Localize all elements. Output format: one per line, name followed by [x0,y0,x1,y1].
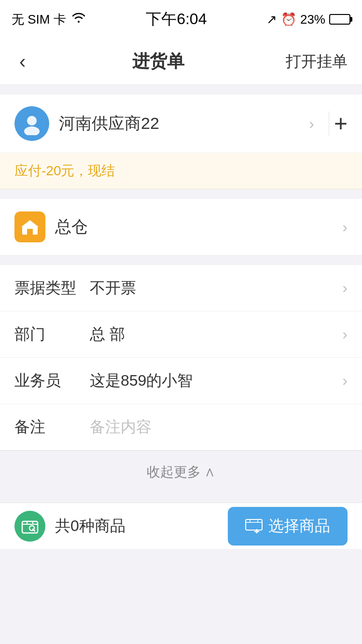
svg-marker-3 [21,220,39,227]
battery-icon [329,14,350,25]
warehouse-section: 总仓 › [0,199,362,255]
warehouse-name: 总仓 [55,216,342,238]
invoice-type-chevron-icon: › [342,279,348,297]
bottom-bar: 共0种商品 选择商品 [0,503,362,549]
back-button[interactable]: ‹ [14,46,30,77]
salesperson-label: 业务员 [14,370,82,392]
location-icon: ↗ [266,12,277,27]
supplier-section: 河南供应商22 › + 应付-20元，现结 [0,95,362,189]
notice-bar: 应付-20元，现结 [0,153,362,189]
department-value: 总 部 [82,324,342,345]
supplier-chevron-icon: › [309,115,314,133]
product-icon [14,511,45,542]
mid-divider2 [0,255,362,265]
carrier-label: 无 SIM 卡 [12,11,66,28]
svg-rect-4 [27,229,33,235]
wifi-icon [71,12,86,27]
page-title: 进货单 [132,50,184,73]
status-right: ↗ ⏰ 23% [266,12,350,27]
battery-percent: 23% [300,12,325,27]
warehouse-row[interactable]: 总仓 › [0,199,362,255]
department-label: 部门 [14,324,82,345]
status-left: 无 SIM 卡 [12,11,86,28]
svg-point-1 [24,126,40,135]
svg-point-0 [27,116,37,126]
nav-bar: ‹ 进货单 打开挂单 [0,39,362,85]
warehouse-chevron-icon: › [342,218,348,236]
add-supplier-button[interactable]: + [334,112,348,135]
warehouse-icon [14,211,45,242]
product-count-label: 共0种商品 [55,516,228,537]
mid-divider1 [0,189,362,199]
select-product-button[interactable]: 选择商品 [228,507,348,546]
top-divider [0,85,362,95]
invoice-type-row[interactable]: 票据类型 不开票 › [0,265,362,311]
bottom-divider [0,493,362,503]
invoice-type-value: 不开票 [82,278,342,299]
invoice-type-label: 票据类型 [14,278,82,299]
status-time: 下午6:04 [146,9,207,30]
salesperson-row[interactable]: 业务员 这是859的小智 › [0,358,362,404]
open-pending-button[interactable]: 打开挂单 [286,51,348,72]
background-fill [0,549,362,644]
supplier-divider [329,112,329,136]
remark-row[interactable]: 备注 备注内容 [0,404,362,450]
supplier-name: 河南供应商22 [59,112,309,135]
department-row[interactable]: 部门 总 部 › [0,311,362,358]
collapse-label: 收起更多 ∧ [147,463,216,481]
supplier-avatar [14,106,49,141]
alarm-icon: ⏰ [281,12,296,27]
svg-rect-7 [246,519,262,530]
department-chevron-icon: › [342,325,348,343]
supplier-row[interactable]: 河南供应商22 › + [0,95,362,153]
notice-text: 应付-20元，现结 [14,163,115,178]
select-product-label: 选择商品 [268,516,330,537]
form-section: 票据类型 不开票 › 部门 总 部 › 业务员 这是859的小智 › 备注 备注… [0,265,362,450]
remark-input[interactable]: 备注内容 [82,417,348,438]
svg-point-6 [29,526,34,531]
salesperson-chevron-icon: › [342,372,348,390]
remark-label: 备注 [14,417,82,438]
status-bar: 无 SIM 卡 下午6:04 ↗ ⏰ 23% [0,0,362,39]
salesperson-value: 这是859的小智 [82,370,342,392]
collapse-button[interactable]: 收起更多 ∧ [0,450,362,493]
